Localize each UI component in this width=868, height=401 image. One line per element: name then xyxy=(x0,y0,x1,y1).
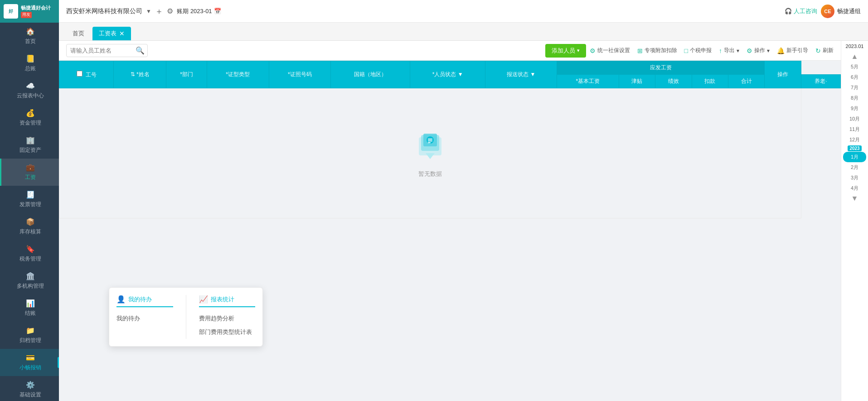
special-deduction-icon: ⊞ xyxy=(637,47,643,54)
content-area: 🔍 添加人员 ▾ ⚙ 统一社保设置 ⊞ 专项附加扣除 xyxy=(59,41,868,401)
salary-icon: 💼 xyxy=(26,163,35,172)
main-area: 西安虾米网络科技有限公司 ▼ ＋ ⚙ 账期 2023-01 📅 🎧 人工咨询 C… xyxy=(59,0,868,401)
timeline-month-4[interactable]: 4月 xyxy=(841,183,868,193)
timeline-month-9[interactable]: 9月 xyxy=(841,103,868,114)
toolbar-actions: ⚙ 统一社保设置 ⊞ 专项附加扣除 □ 个税申报 ↑ 导出 ▾ xyxy=(590,47,834,54)
export-action[interactable]: ↑ 导出 ▾ xyxy=(719,47,739,54)
dropdown-arrow-icon: ▾ xyxy=(577,48,580,53)
new-guide-action[interactable]: 🔔 新手引导 xyxy=(777,47,808,54)
social-settings-icon: ⚙ xyxy=(590,47,596,54)
col-id-number: *证照号码 xyxy=(269,61,331,88)
timeline-month-3[interactable]: 3月 xyxy=(841,173,868,183)
customer-service[interactable]: 🎧 人工咨询 xyxy=(785,7,817,15)
sidebar-item-invoice[interactable]: 🧾 发票管理 xyxy=(0,186,59,213)
sidebar-item-fund[interactable]: 💰 资金管理 xyxy=(0,104,59,131)
tax-icon: 🔖 xyxy=(26,245,35,253)
sidebar-item-multi-org[interactable]: 🏛️ 多机构管理 xyxy=(0,267,59,295)
tax-report-icon: □ xyxy=(684,47,688,54)
search-input[interactable] xyxy=(70,47,134,54)
timeline-month-5[interactable]: 5月 xyxy=(841,62,868,72)
home-icon: 🏠 xyxy=(26,27,35,36)
popup-header-pending[interactable]: 👤 我的待办 xyxy=(116,295,173,307)
empty-illustration xyxy=(412,128,448,164)
sidebar-item-checkout[interactable]: 📊 结账 xyxy=(0,295,59,322)
special-deduction-action[interactable]: ⊞ 专项附加扣除 xyxy=(637,47,677,54)
timeline-month-12[interactable]: 12月 xyxy=(841,135,868,145)
sidebar-item-salary[interactable]: 💼 工资 xyxy=(0,159,59,186)
salary-toolbar: 🔍 添加人员 ▾ ⚙ 统一社保设置 ⊞ 专项附加扣除 xyxy=(59,41,841,61)
col-allowance: 津贴 xyxy=(619,75,655,88)
tab-home[interactable]: 首页 xyxy=(66,27,91,40)
timeline-down-nav[interactable]: ▼ xyxy=(851,193,858,203)
company-dropdown-arrow[interactable]: ▼ xyxy=(146,8,151,14)
period-display: 账期 2023-01 📅 xyxy=(177,7,221,15)
add-button[interactable]: ＋ xyxy=(155,6,163,17)
settings-button[interactable]: ⚙ xyxy=(167,7,173,15)
col-number: 工号 xyxy=(59,61,114,88)
export-icon: ↑ xyxy=(719,47,722,54)
col-action: 操作 xyxy=(765,61,801,88)
popup-menu: 👤 我的待办 我的待办 📈 报表统计 费用趋势分析 部门费用类型统计表 xyxy=(109,287,263,347)
col-pension: 养老· xyxy=(801,75,840,88)
timeline-month-7[interactable]: 7月 xyxy=(841,82,868,93)
col-report-status[interactable]: 报送状态 ▼ xyxy=(485,61,557,88)
salary-table: 工号 ⇅ *姓名 *部门 *证型类型 *证照号码 国籍（地区） *人员状态 ▼ … xyxy=(59,61,841,218)
timeline-up-nav[interactable]: ▲ xyxy=(851,52,858,62)
operation-dropdown-icon: ▾ xyxy=(767,48,770,54)
popup-section: 👤 我的待办 我的待办 📈 报表统计 费用趋势分析 部门费用类型统计表 xyxy=(116,295,255,339)
popup-item-cost-trend[interactable]: 费用趋势分析 xyxy=(199,312,256,325)
sidebar-logo: 好 畅捷通好会计 用友 xyxy=(0,0,59,23)
sidebar-item-inventory[interactable]: 📦 库存核算 xyxy=(0,213,59,240)
export-dropdown-icon: ▾ xyxy=(737,48,739,54)
popup-divider xyxy=(186,295,186,339)
col-nationality: 国籍（地区） xyxy=(331,61,410,88)
add-person-button[interactable]: 添加人员 ▾ xyxy=(545,44,586,58)
sidebar-item-fixed-assets[interactable]: 🏢 固定资产 xyxy=(0,131,59,159)
new-guide-icon: 🔔 xyxy=(777,47,785,54)
tax-report-action[interactable]: □ 个税申报 xyxy=(684,47,712,54)
svg-rect-6 xyxy=(428,142,431,143)
multi-org-icon: 🏛️ xyxy=(26,272,35,280)
refresh-action[interactable]: ↻ 刷新 xyxy=(815,47,834,54)
sidebar-item-xiao-chang[interactable]: 💳 小畅报销 xyxy=(0,349,59,376)
sidebar-item-ledger[interactable]: 📒 总账 xyxy=(0,50,59,77)
empty-state: 暂无数据 xyxy=(63,92,797,214)
timeline-month-2[interactable]: 2月 xyxy=(841,162,868,173)
timeline-title: 2023.01 xyxy=(846,41,864,52)
sidebar-item-home[interactable]: 🏠 首页 xyxy=(0,23,59,50)
fund-icon: 💰 xyxy=(26,109,35,117)
sidebar-item-tax[interactable]: 🔖 税务管理 xyxy=(0,240,59,267)
select-all-checkbox[interactable] xyxy=(77,71,82,77)
operation-action[interactable]: ⚙ 操作 ▾ xyxy=(747,47,770,54)
social-settings-action[interactable]: ⚙ 统一社保设置 xyxy=(590,47,630,54)
search-icon[interactable]: 🔍 xyxy=(136,46,145,55)
popup-item-my-pending[interactable]: 我的待办 xyxy=(116,312,173,325)
col-id-type: *证型类型 xyxy=(207,61,269,88)
cloud-icon: ☁️ xyxy=(26,82,35,90)
col-name[interactable]: ⇅ *姓名 xyxy=(114,61,166,88)
refresh-icon: ↻ xyxy=(815,47,821,54)
sidebar: 好 畅捷通好会计 用友 🏠 首页 📒 总账 ☁️ 云报表中心 💰 资金管理 🏢 … xyxy=(0,0,59,401)
tab-close-button[interactable]: ✕ xyxy=(119,30,125,37)
main-panel: 🔍 添加人员 ▾ ⚙ 统一社保设置 ⊞ 专项附加扣除 xyxy=(59,41,841,401)
xiao-chang-icon: 💳 xyxy=(26,353,35,362)
timeline-year-2023: 2023 xyxy=(848,145,861,152)
tab-salary-sheet[interactable]: 工资表 ✕ xyxy=(92,27,131,40)
sidebar-item-cloud-report[interactable]: ☁️ 云报表中心 xyxy=(0,77,59,104)
popup-item-dept-cost[interactable]: 部门费用类型统计表 xyxy=(199,325,256,339)
user-menu[interactable]: CE 畅捷通组 xyxy=(821,5,861,18)
sidebar-item-archive[interactable]: 📁 归档管理 xyxy=(0,322,59,349)
pending-icon: 👤 xyxy=(116,295,126,304)
calendar-icon[interactable]: 📅 xyxy=(214,8,221,14)
salary-table-wrapper: 工号 ⇅ *姓名 *部门 *证型类型 *证照号码 国籍（地区） *人员状态 ▼ … xyxy=(59,61,841,401)
timeline-month-1[interactable]: 1月 xyxy=(843,152,866,162)
sidebar-item-basic[interactable]: ⚙️ 基础设置 xyxy=(0,376,59,401)
timeline-month-6[interactable]: 6月 xyxy=(841,72,868,82)
timeline-month-11[interactable]: 11月 xyxy=(841,124,868,135)
timeline-month-8[interactable]: 8月 xyxy=(841,93,868,103)
col-status[interactable]: *人员状态 ▼ xyxy=(410,61,485,88)
invoice-icon: 🧾 xyxy=(26,190,35,199)
logo-icon: 好 xyxy=(4,4,18,19)
popup-header-report[interactable]: 📈 报表统计 xyxy=(199,295,256,307)
timeline-month-10[interactable]: 10月 xyxy=(841,114,868,124)
